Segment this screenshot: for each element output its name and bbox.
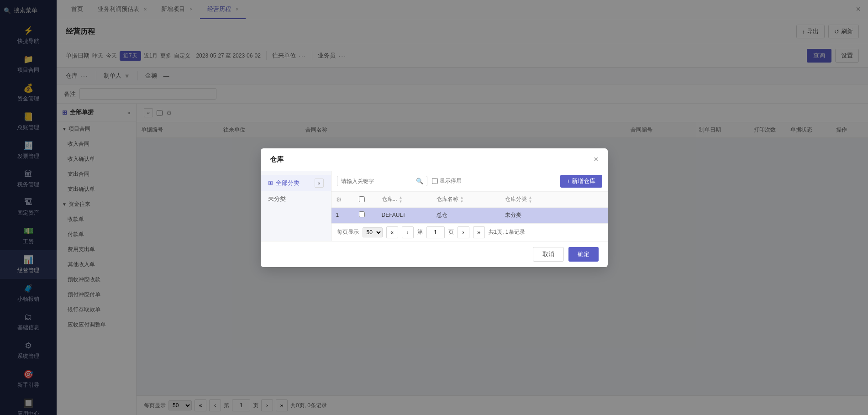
row-checkbox [354,208,377,222]
dialog-gear-icon[interactable]: ⚙ [336,196,342,203]
show-disabled-label: 显示停用 [440,177,462,185]
row-num: 1 [331,208,354,222]
dialog-page-unit: 页 [448,228,454,236]
warehouse-dialog: 仓库 × ⊞ 全部分类 « 未分类 [261,148,608,267]
row-code: DEFAULT [377,208,432,222]
add-warehouse-label: + 新增仓库 [567,177,595,185]
show-disabled-checkbox[interactable] [432,178,438,184]
dialog-left-all-categories[interactable]: ⊞ 全部分类 « [261,175,331,191]
dialog-th-gear: ⚙ [331,192,354,207]
dialog-page-size-select[interactable]: 50 [363,227,383,237]
row-select-checkbox[interactable] [359,211,365,217]
all-categories-label: 全部分类 [276,179,300,187]
dialog-select-all[interactable] [359,196,365,202]
dialog-search-input[interactable] [341,178,414,184]
dialog-th-category[interactable]: 仓库分类 ▲▼ [500,192,608,207]
dialog-actions: 取消 确定 [261,241,608,267]
add-warehouse-btn[interactable]: + 新增仓库 [560,175,602,188]
dialog-table-row[interactable]: 1 DEFAULT 总仓 未分类 [331,208,608,223]
dialog-header: 仓库 × [261,148,608,171]
grid-icon-dialog: ⊞ [268,179,273,186]
dialog-cancel-btn[interactable]: 取消 [533,247,564,262]
dialog-page-size-label: 每页显示 [337,228,359,236]
dialog-title: 仓库 [270,155,284,164]
row-name: 总仓 [432,208,500,223]
dialog-search-wrap: 🔍 [337,176,427,186]
dialog-th-name[interactable]: 仓库名称 ▲▼ [432,192,500,207]
dialog-search-icon[interactable]: 🔍 [416,178,423,184]
dialog-table: ⚙ 仓库... ▲▼ 仓库名称 ▲▼ [331,192,608,223]
dialog-close-btn[interactable]: × [594,155,599,164]
dialog-last-page-btn[interactable]: » [473,226,485,238]
dialog-overlay: 仓库 × ⊞ 全部分类 « 未分类 [0,0,868,415]
dialog-table-header: ⚙ 仓库... ▲▼ 仓库名称 ▲▼ [331,192,608,208]
sort-icons-name: ▲▼ [460,195,464,204]
dialog-left-panel: ⊞ 全部分类 « 未分类 [261,171,331,241]
dialog-first-page-btn[interactable]: « [386,226,398,238]
dialog-page-label: 第 [417,228,423,236]
unclassified-label: 未分类 [268,195,286,203]
dialog-left-collapse-btn[interactable]: « [315,179,324,188]
dialog-next-page-btn[interactable]: › [458,226,469,238]
show-disabled-wrap: 显示停用 [432,177,462,185]
dialog-body: ⊞ 全部分类 « 未分类 🔍 显示停用 [261,171,608,241]
sort-icons-category: ▲▼ [529,195,532,204]
dialog-confirm-btn[interactable]: 确定 [568,247,599,262]
dialog-page-total: 共1页, 1条记录 [489,228,525,236]
sort-icons-code: ▲▼ [399,195,403,204]
dialog-prev-page-btn[interactable]: ‹ [402,226,414,238]
row-category: 未分类 [500,208,608,223]
dialog-page-number-input[interactable] [426,226,445,238]
dialog-toolbar: 🔍 显示停用 + 新增仓库 [331,171,608,192]
dialog-left-unclassified[interactable]: 未分类 [261,191,331,207]
dialog-th-code[interactable]: 仓库... ▲▼ [377,192,432,207]
dialog-right-panel: 🔍 显示停用 + 新增仓库 ⚙ [331,171,608,241]
dialog-footer-bar: 每页显示 50 « ‹ 第 页 › » 共1页, 1条记录 [331,223,608,241]
dialog-th-checkbox [354,192,377,207]
